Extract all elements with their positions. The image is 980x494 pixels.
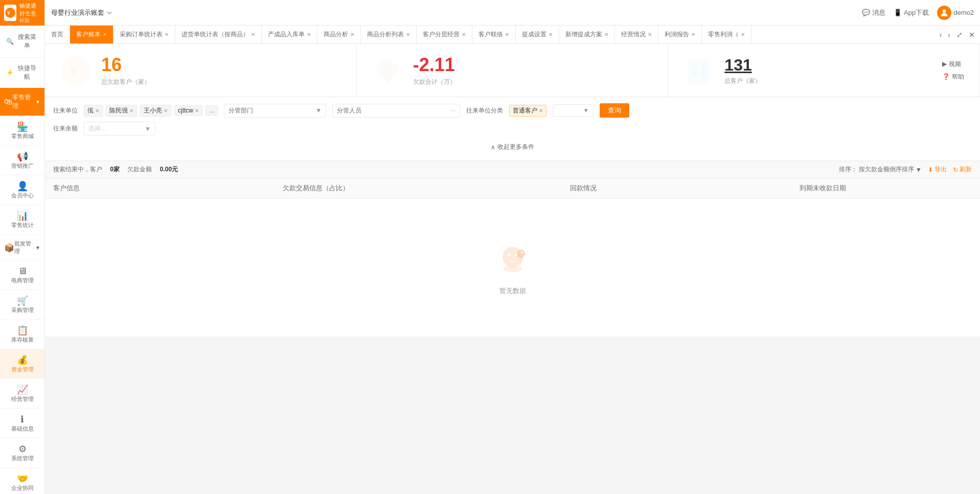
tab-expand-button[interactable]: ⤢ — [954, 30, 965, 40]
refresh-button[interactable]: ↻ 刷新 — [953, 165, 972, 174]
tab-close-icon[interactable]: ✕ — [648, 32, 652, 37]
user-avatar-button[interactable]: demo2 — [937, 6, 974, 20]
tab-close-icon[interactable]: ✕ — [251, 32, 255, 37]
system-icon: ⚙ — [18, 443, 27, 455]
tab-label: 商品分析 — [324, 30, 348, 39]
tab-close-icon[interactable]: ✕ — [350, 32, 354, 37]
svg-point-16 — [521, 252, 523, 254]
tab-prev-button[interactable]: ‹ — [938, 30, 944, 40]
search-menu-button[interactable]: 🔍 搜索菜单 — [4, 31, 40, 52]
sidebar-item-corp-collab[interactable]: 🤝 企业协同 — [0, 468, 44, 494]
tab-retail-profit[interactable]: 零售利润（ ✕ — [702, 26, 751, 43]
building-bg-icon — [683, 55, 714, 86]
sidebar-item-purchase[interactable]: 🛒 采购管理 — [0, 290, 44, 320]
tab-label: 经营情况 — [621, 30, 646, 39]
tab-close-icon[interactable]: ✕ — [505, 32, 509, 37]
dept-select[interactable]: 分管部门 ▼ — [224, 104, 326, 118]
tab-close-icon[interactable]: ✕ — [604, 32, 608, 37]
tab-close-icon[interactable]: ✕ — [691, 32, 695, 37]
topbar-left: 母婴行业演示账套 — [51, 8, 112, 17]
svg-rect-7 — [693, 65, 697, 70]
quick-nav-button[interactable]: ⚡ 快捷导航 — [4, 62, 40, 83]
tab-new-raise[interactable]: 新增提成方案 ✕ — [559, 26, 615, 43]
sidebar-item-finance[interactable]: 💰 资金管理 — [0, 349, 44, 379]
tag-close-cjttcw[interactable]: ✕ — [195, 108, 199, 114]
tag-text: 王小亮 — [144, 106, 162, 115]
tab-close-icon[interactable]: ✕ — [406, 32, 410, 37]
sort-select[interactable]: 排序： 按欠款金额倒序排序 ▼ — [839, 165, 922, 174]
sidebar-item-label: 营销推广 — [11, 162, 34, 170]
tab-customer-contact[interactable]: 客户联络 ✕ — [472, 26, 516, 43]
tag-close-wang[interactable]: ✕ — [164, 108, 168, 114]
balance-select[interactable]: 选择... ▼ — [84, 122, 155, 136]
person-label: 分管人员 — [337, 106, 361, 115]
category-dropdown[interactable]: ▼ — [553, 104, 594, 117]
tab-close-icon[interactable]: ✕ — [307, 32, 311, 37]
help-action[interactable]: ❓ 帮助 — [942, 73, 964, 81]
operations-icon: 📈 — [17, 384, 28, 395]
stat-label-total: 总客户（家） — [724, 77, 761, 85]
result-info: 搜索结果中，客户 0家 欠款金额 0.00元 — [53, 165, 184, 174]
sidebar-item-retail-stats[interactable]: 📊 零售统计 — [0, 205, 44, 235]
sidebar-item-operations[interactable]: 📈 经营管理 — [0, 379, 44, 409]
sidebar-item-basic-info[interactable]: ℹ 基础信息 — [0, 409, 44, 438]
tab-close-icon[interactable]: ✕ — [549, 32, 553, 37]
sidebar-item-retail[interactable]: 🛍 零售管理 ▼ — [0, 88, 44, 116]
sidebar-item-marketing[interactable]: 📢 营销推广 — [0, 146, 44, 175]
sidebar-item-member[interactable]: 👤 会员中心 — [0, 175, 44, 205]
person-select[interactable]: 分管人员 ··· — [332, 104, 460, 118]
tab-operations[interactable]: 经营情况 ✕ — [615, 26, 658, 43]
tab-raise-settings[interactable]: 提成设置 ✕ — [516, 26, 559, 43]
logo-text: 畅捷通好生意 标版 — [19, 2, 40, 24]
tab-label: 客户账本 — [76, 30, 101, 39]
tab-product-analysis[interactable]: 商品分析 ✕ — [317, 26, 361, 43]
tab-purchase-stat[interactable]: 进货单统计表（按商品） ✕ — [175, 26, 262, 43]
sidebar-item-wholesale[interactable]: 📦 批发管理 ▼ — [0, 235, 44, 261]
tab-close-icon[interactable]: ✕ — [165, 32, 169, 37]
tab-close-icon[interactable]: ✕ — [103, 32, 107, 37]
sidebar-item-system[interactable]: ⚙ 系统管理 — [0, 438, 44, 468]
query-button[interactable]: 查询 — [600, 103, 629, 118]
stats-bar: ¥ 16 总欠款客户（家） -2.11 欠款合计（万） — [45, 44, 980, 97]
svg-point-12 — [504, 266, 522, 272]
tabbar: 首页 客户账本 ✕ 采购订单统计表 ✕ 进货单统计表（按商品） ✕ 产成品入库单… — [45, 26, 980, 44]
tag-close-normal[interactable]: ✕ — [539, 108, 543, 114]
tab-profit-report[interactable]: 利润报告 ✕ — [658, 26, 702, 43]
video-action[interactable]: ▶ 视频 — [942, 60, 964, 69]
tab-next-button[interactable]: › — [946, 30, 952, 40]
export-button[interactable]: ⬇ 导出 — [928, 165, 947, 174]
svg-text:¥: ¥ — [69, 63, 77, 77]
sidebar-item-ecommerce[interactable]: 🖥 电商管理 — [0, 261, 44, 290]
stat-card-debt: -2.11 欠款合计（万） — [357, 44, 669, 97]
app-download-button[interactable]: 📱 App下载 — [894, 8, 929, 17]
tab-close-icon[interactable]: ✕ — [462, 32, 466, 37]
collapse-button[interactable]: ∧ 收起更多条件 — [53, 140, 972, 154]
tab-account[interactable]: 客户账本 ✕ — [70, 26, 113, 43]
export-icon: ⬇ — [928, 166, 933, 173]
company-select[interactable]: 母婴行业演示账套 — [51, 8, 112, 17]
tag-close-wa[interactable]: ✕ — [95, 108, 99, 114]
tab-customer-tier[interactable]: 客户分层经营 ✕ — [417, 26, 472, 43]
sidebar-item-label: 基础信息 — [11, 425, 34, 433]
stat-card-1-info: 16 总欠款客户（家） — [101, 54, 150, 86]
sort-value: 按欠款金额倒序排序 — [859, 165, 914, 174]
download-icon: 📱 — [894, 9, 902, 16]
message-button[interactable]: 💬 消息 — [862, 8, 885, 17]
sidebar-item-inventory[interactable]: 📋 库存核算 — [0, 320, 44, 349]
category-arrow-icon: ▼ — [583, 107, 589, 114]
sidebar-item-retail-mall[interactable]: 🏪 零售商城 — [0, 116, 44, 146]
svg-marker-5 — [375, 58, 400, 83]
inventory-icon: 📋 — [17, 325, 28, 336]
tab-home[interactable]: 首页 — [45, 26, 70, 43]
tab-product-analysis-list[interactable]: 商品分析列表 ✕ — [361, 26, 417, 43]
refresh-icon: ↻ — [953, 166, 958, 173]
video-icon: ▶ — [942, 60, 947, 68]
tag-close-chen[interactable]: ✕ — [129, 108, 133, 114]
sidebar-item-label: 零售商城 — [11, 132, 34, 140]
info-icon: ℹ — [20, 414, 24, 425]
tab-inbound[interactable]: 产成品入库单 ✕ — [262, 26, 317, 43]
tab-close-all-button[interactable]: ✕ — [967, 30, 977, 40]
tab-purchase-order[interactable]: 采购订单统计表 ✕ — [113, 26, 175, 43]
unit-tag-more[interactable]: ... — [206, 105, 218, 116]
tab-close-icon[interactable]: ✕ — [741, 32, 745, 37]
